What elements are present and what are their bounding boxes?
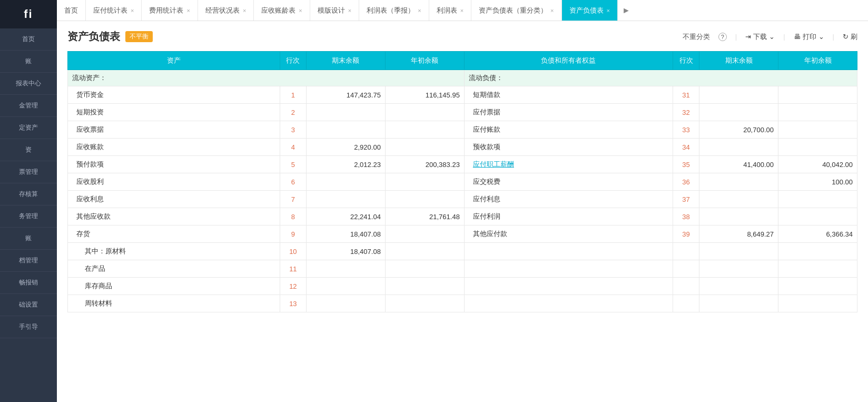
tab-profit[interactable]: 利润表 × <box>429 0 471 21</box>
left-name: 其中：原材料 <box>68 243 280 260</box>
refresh-button[interactable]: ↻ 刷 <box>843 32 857 42</box>
tab-template-design-label: 模版设计 <box>318 6 345 15</box>
table-row[interactable]: 其中：原材料1018,407.08 <box>68 243 857 260</box>
left-begin-balance: 116,145.95 <box>385 86 464 104</box>
tab-receivable-aging-close[interactable]: × <box>299 7 302 14</box>
section-row-current-assets: 流动资产： 流动负债： <box>68 70 857 86</box>
tab-profit-quarterly-label: 利润表（季报） <box>367 6 415 15</box>
page-content: 资产负债表 不平衡 不重分类 ? | ⇥ 下载 ⌄ | 🖶 打印 ⌄ | <box>57 21 868 402</box>
sidebar-item-ledger[interactable]: 账 <box>0 228 57 250</box>
sidebar-item-fund[interactable]: 金管理 <box>0 95 57 117</box>
left-name: 应收账款 <box>68 139 280 156</box>
tab-payable-stats-close[interactable]: × <box>131 7 134 14</box>
sidebar-item-ticket[interactable]: 票管理 <box>0 161 57 183</box>
table-row[interactable]: 其他应收款822,241.0421,761.48应付利润38 <box>68 208 857 225</box>
tab-template-design[interactable]: 模版设计 × <box>310 0 359 21</box>
left-row-num: 7 <box>280 191 306 208</box>
right-name <box>464 278 673 295</box>
right-name: 预收款项 <box>464 139 673 156</box>
table-row[interactable]: 预付款项52,012.23200,383.23应付职工薪酬3541,400.00… <box>68 156 857 173</box>
table-row[interactable]: 在产品11 <box>68 260 857 278</box>
download-label: 下载 <box>753 32 767 42</box>
sidebar-item-account[interactable]: 账 <box>0 51 57 73</box>
tab-profit-quarterly-close[interactable]: × <box>418 7 421 14</box>
left-begin-balance <box>385 139 464 156</box>
help-icon[interactable]: ? <box>718 33 727 41</box>
right-name: 应付票据 <box>464 104 673 121</box>
tab-operation-status-close[interactable]: × <box>243 7 246 14</box>
table-row[interactable]: 短期投资2应付票据32 <box>68 104 857 121</box>
table-row[interactable]: 货币资金1147,423.75116,145.95短期借款31 <box>68 86 857 104</box>
right-end-balance <box>699 191 778 208</box>
left-end-balance: 22,241.04 <box>306 208 385 225</box>
right-name: 应付利润 <box>464 208 673 225</box>
right-row-num: 39 <box>673 225 699 243</box>
right-end-balance: 8,649.27 <box>699 225 778 243</box>
left-name: 短期投资 <box>68 104 280 121</box>
header-begin-balance-left: 年初余额 <box>385 52 464 70</box>
sidebar-item-assets[interactable]: 资 <box>0 139 57 161</box>
sidebar-item-expense[interactable]: 畅报销 <box>0 272 57 294</box>
tab-home-label: 首页 <box>64 6 78 15</box>
left-begin-balance <box>385 278 464 295</box>
left-begin-balance <box>385 260 464 278</box>
divider-2: | <box>783 33 785 41</box>
table-row[interactable]: 存货918,407.08其他应付款398,649.276,366.34 <box>68 225 857 243</box>
sidebar-item-report-center[interactable]: 报表中心 <box>0 73 57 95</box>
sidebar-item-inventory[interactable]: 存核算 <box>0 183 57 205</box>
sidebar-item-guide[interactable]: 手引导 <box>0 316 57 338</box>
left-name: 应收利息 <box>68 191 280 208</box>
table-row[interactable]: 应收股利6应交税费36100.00 <box>68 173 857 191</box>
tab-profit-close[interactable]: × <box>460 7 463 14</box>
sidebar-item-settings[interactable]: 础设置 <box>0 294 57 316</box>
right-name <box>464 243 673 260</box>
right-end-balance: 41,400.00 <box>699 156 778 173</box>
right-begin-balance <box>778 243 857 260</box>
left-row-num: 12 <box>280 278 306 295</box>
tab-expense-stats[interactable]: 费用统计表 × <box>142 0 198 21</box>
tab-profit-quarterly[interactable]: 利润表（季报） × <box>359 0 429 21</box>
right-row-num <box>673 260 699 278</box>
sidebar-item-doc[interactable]: 档管理 <box>0 250 57 272</box>
right-row-num <box>673 278 699 295</box>
table-row[interactable]: 周转材料13 <box>68 295 857 312</box>
tab-balance-reclassify-close[interactable]: × <box>550 7 554 14</box>
sidebar-logo: fi <box>0 0 57 28</box>
left-begin-balance: 200,383.23 <box>385 156 464 173</box>
download-button[interactable]: ⇥ 下载 ⌄ <box>745 32 775 42</box>
left-begin-balance <box>385 121 464 139</box>
right-end-balance <box>699 243 778 260</box>
tab-template-design-close[interactable]: × <box>348 7 351 14</box>
header-assets: 资产 <box>68 52 280 70</box>
left-end-balance <box>306 104 385 121</box>
sidebar-item-home[interactable]: 首页 <box>0 28 57 51</box>
table-row[interactable]: 应收利息7应付利息37 <box>68 191 857 208</box>
right-begin-balance: 100.00 <box>778 173 857 191</box>
sidebar-item-fixed-assets[interactable]: 定资产 <box>0 117 57 139</box>
tab-expense-stats-close[interactable]: × <box>186 7 190 14</box>
tab-receivable-aging[interactable]: 应收账龄表 × <box>254 0 310 21</box>
tab-balance-reclassify[interactable]: 资产负债表（重分类） × <box>471 0 561 21</box>
left-end-balance: 18,407.08 <box>306 243 385 260</box>
sidebar-item-biz[interactable]: 务管理 <box>0 205 57 228</box>
tab-scroll-right[interactable]: ► <box>618 6 635 15</box>
print-button[interactable]: 🖶 打印 ⌄ <box>794 32 824 42</box>
left-begin-balance <box>385 173 464 191</box>
table-row[interactable]: 应收票据3应付账款3320,700.00 <box>68 121 857 139</box>
tab-balance[interactable]: 资产负债表 × <box>562 0 618 21</box>
tab-home[interactable]: 首页 <box>57 0 86 21</box>
right-end-balance <box>699 86 778 104</box>
tab-payable-stats[interactable]: 应付统计表 × <box>86 0 142 21</box>
tab-operation-status[interactable]: 经营状况表 × <box>198 0 254 21</box>
table-row[interactable]: 库存商品12 <box>68 278 857 295</box>
divider-1: | <box>735 33 737 41</box>
main-content: 首页 应付统计表 × 费用统计表 × 经营状况表 × 应收账龄表 × 模版设计 … <box>57 0 868 402</box>
tab-balance-close[interactable]: × <box>607 7 610 14</box>
no-reclassify-label[interactable]: 不重分类 <box>683 32 710 42</box>
table-row[interactable]: 应收账款42,920.00预收款项34 <box>68 139 857 156</box>
unbalanced-badge: 不平衡 <box>125 31 153 42</box>
tab-bar: 首页 应付统计表 × 费用统计表 × 经营状况表 × 应收账龄表 × 模版设计 … <box>57 0 868 21</box>
right-name: 应交税费 <box>464 173 673 191</box>
refresh-label: 刷 <box>851 32 857 42</box>
left-begin-balance <box>385 243 464 260</box>
